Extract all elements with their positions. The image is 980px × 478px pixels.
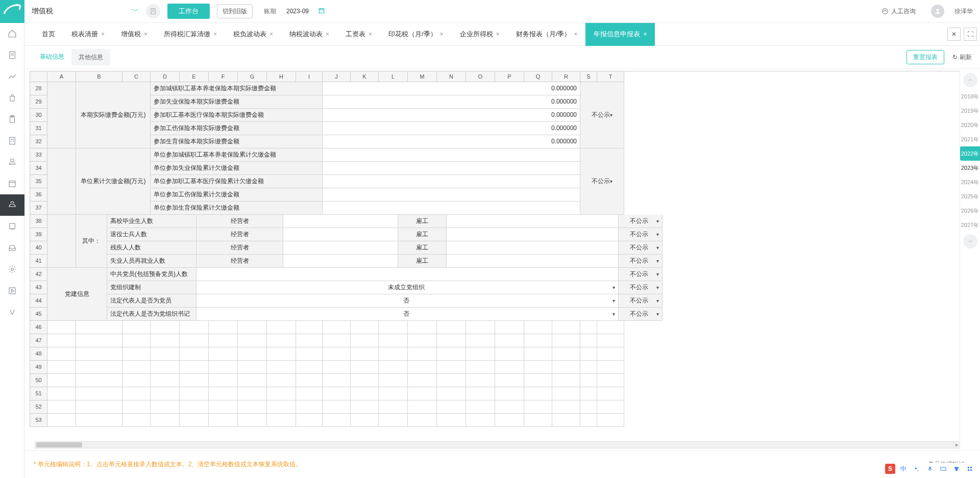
row-header-50[interactable]: 50 <box>30 374 47 387</box>
cell[interactable] <box>447 255 619 268</box>
cell[interactable] <box>323 321 351 334</box>
year-2019年[interactable]: 2019年 <box>961 104 979 118</box>
cell[interactable] <box>524 347 552 361</box>
cell[interactable] <box>209 374 238 387</box>
cell[interactable] <box>238 400 267 414</box>
visibility-select[interactable]: 不公示 <box>580 148 624 215</box>
year-2027年[interactable]: 2027年 <box>961 218 979 232</box>
cell[interactable] <box>495 414 524 427</box>
cell[interactable]: 法定代表人是否为党员 <box>107 294 197 308</box>
cell[interactable] <box>296 347 323 361</box>
cell[interactable] <box>76 387 122 400</box>
group-label-cell[interactable]: 党建信息 <box>47 268 107 321</box>
col-header-K[interactable]: K <box>351 71 379 82</box>
cell[interactable] <box>323 414 351 427</box>
cell[interactable] <box>408 321 437 334</box>
cell[interactable] <box>379 387 408 400</box>
cell[interactable] <box>47 82 76 148</box>
cell[interactable] <box>466 387 495 400</box>
cell[interactable] <box>238 321 267 334</box>
col-header-T[interactable]: T <box>597 71 624 82</box>
cell[interactable] <box>296 374 323 387</box>
cell[interactable] <box>437 347 466 361</box>
col-header-Q[interactable]: Q <box>524 71 552 82</box>
row-header-33[interactable]: 33 <box>30 148 47 162</box>
col-header-F[interactable]: F <box>209 71 238 82</box>
cell[interactable] <box>267 414 296 427</box>
cell[interactable] <box>151 400 180 414</box>
cell[interactable] <box>597 414 624 427</box>
cell[interactable] <box>437 400 466 414</box>
cell[interactable]: 不公示 <box>619 308 663 321</box>
cell[interactable] <box>47 387 76 400</box>
calendar-icon[interactable] <box>318 7 325 16</box>
cell[interactable] <box>524 361 552 374</box>
row-header-53[interactable]: 53 <box>30 414 47 427</box>
cell[interactable] <box>267 361 296 374</box>
cell[interactable] <box>524 334 552 347</box>
cell[interactable] <box>408 387 437 400</box>
year-2026年[interactable]: 2026年 <box>961 204 979 218</box>
row-header-39[interactable]: 39 <box>30 228 47 241</box>
nav-v-icon[interactable] <box>0 301 24 323</box>
cell[interactable] <box>437 374 466 387</box>
cell[interactable]: 法定代表人是否为党组织书记 <box>107 308 197 321</box>
cell[interactable] <box>76 321 122 334</box>
col-header-H[interactable]: H <box>267 71 296 82</box>
cell[interactable] <box>197 268 619 281</box>
cell[interactable] <box>495 347 524 361</box>
cell[interactable] <box>552 334 580 347</box>
cell[interactable] <box>580 334 597 347</box>
cell[interactable] <box>466 414 495 427</box>
cell[interactable] <box>283 241 398 255</box>
cell[interactable] <box>580 374 597 387</box>
cell[interactable]: 0.000000 <box>323 95 580 109</box>
nav-inbox-icon[interactable] <box>0 237 24 259</box>
cell[interactable] <box>283 215 398 228</box>
cell[interactable] <box>238 387 267 400</box>
col-header-O[interactable]: O <box>466 71 495 82</box>
cell[interactable] <box>466 321 495 334</box>
cell[interactable] <box>597 347 624 361</box>
col-header-M[interactable]: M <box>408 71 437 82</box>
cell[interactable] <box>47 361 76 374</box>
cell[interactable] <box>408 374 437 387</box>
cell[interactable] <box>379 361 408 374</box>
cell[interactable] <box>552 374 580 387</box>
year-2018年[interactable]: 2018年 <box>961 89 979 104</box>
cell[interactable] <box>283 255 398 268</box>
cell[interactable] <box>151 347 180 361</box>
cell[interactable] <box>180 387 209 400</box>
cell[interactable] <box>524 321 552 334</box>
cell[interactable] <box>47 215 76 268</box>
cell[interactable]: 0.000000 <box>323 82 580 95</box>
cell[interactable] <box>47 347 76 361</box>
year-2020年[interactable]: 2020年 <box>961 118 979 132</box>
cell[interactable] <box>408 334 437 347</box>
cell[interactable] <box>495 374 524 387</box>
group-label-cell[interactable]: 本期实际缴费金额(万元) <box>76 82 151 148</box>
cell[interactable] <box>238 414 267 427</box>
cell[interactable] <box>238 374 267 387</box>
col-header-P[interactable]: P <box>495 71 524 82</box>
cell[interactable] <box>552 387 580 400</box>
tab-close-icon[interactable]: × <box>643 31 647 38</box>
nav-gear-icon[interactable] <box>0 259 24 280</box>
tab-close-icon[interactable]: × <box>369 31 372 38</box>
cell[interactable] <box>76 414 122 427</box>
nav-calendar-icon[interactable] <box>0 173 24 194</box>
cell[interactable] <box>466 374 495 387</box>
row-header-42[interactable]: 42 <box>30 268 47 281</box>
nav-chart-icon[interactable] <box>0 66 24 87</box>
cell[interactable] <box>323 361 351 374</box>
cell[interactable] <box>180 414 209 427</box>
row-header-47[interactable]: 47 <box>30 334 47 347</box>
ime-punct-icon[interactable]: •, <box>912 464 922 474</box>
cell[interactable] <box>351 400 379 414</box>
cell[interactable]: 党组织建制 <box>107 281 197 294</box>
cell[interactable] <box>296 361 323 374</box>
cell[interactable] <box>209 387 238 400</box>
cell[interactable] <box>466 361 495 374</box>
ime-mic-icon[interactable] <box>925 464 935 474</box>
nav-stamp-icon[interactable] <box>0 152 24 173</box>
